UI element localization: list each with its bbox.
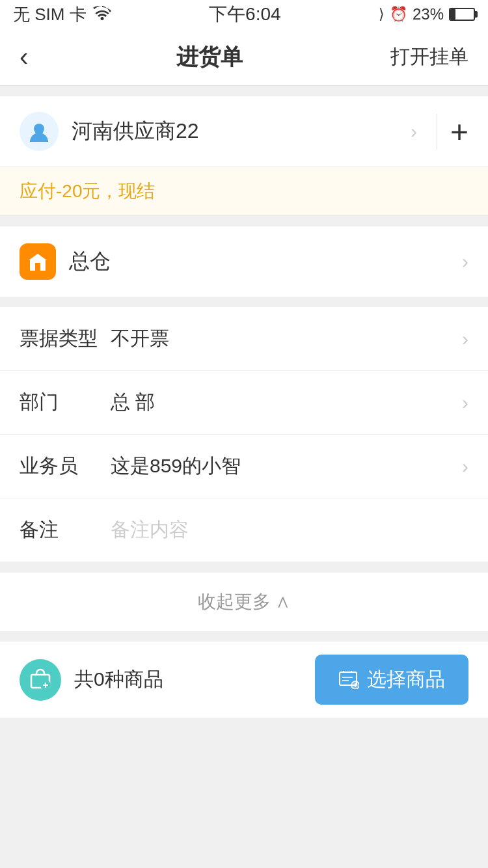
- alarm-icon: ⏰: [390, 6, 407, 23]
- note-row[interactable]: 备注 备注内容: [0, 498, 488, 562]
- salesperson-label: 业务员: [20, 453, 98, 480]
- warehouse-icon: [20, 243, 56, 280]
- notice-text: 应付-20元，现结: [20, 181, 155, 201]
- collapse-label: 收起更多 ∧: [198, 590, 291, 614]
- department-value: 总 部: [98, 389, 462, 416]
- select-product-label: 选择商品: [367, 666, 445, 693]
- gray-area: [0, 718, 488, 868]
- status-right: ⟩ ⏰ 23%: [379, 5, 475, 23]
- svg-rect-3: [35, 263, 40, 271]
- ticket-type-label: 票据类型: [20, 325, 98, 352]
- warehouse-name: 总仓: [69, 247, 462, 276]
- warehouse-chevron-icon: ›: [462, 251, 468, 273]
- supplier-card: 河南供应商22 › + 应付-20元，现结: [0, 96, 488, 216]
- supplier-name: 河南供应商22: [72, 117, 411, 146]
- location-icon: ⟩: [379, 6, 385, 23]
- supplier-row[interactable]: 河南供应商22 › +: [0, 96, 488, 167]
- select-product-button[interactable]: 选择商品: [315, 655, 468, 705]
- note-label: 备注: [20, 517, 98, 543]
- svg-marker-2: [29, 254, 47, 260]
- salesperson-chevron-icon: ›: [462, 455, 468, 478]
- supplier-avatar: [20, 112, 59, 151]
- nav-bar: ‹ 进货单 打开挂单: [0, 29, 488, 86]
- add-supplier-button[interactable]: +: [437, 114, 468, 150]
- svg-point-0: [34, 124, 44, 134]
- note-value[interactable]: 备注内容: [98, 517, 468, 543]
- collapse-row[interactable]: 收起更多 ∧: [0, 572, 488, 631]
- warehouse-row[interactable]: 总仓 ›: [0, 226, 488, 297]
- page-title: 进货单: [176, 42, 243, 72]
- ticket-type-value: 不开票: [98, 325, 462, 352]
- product-count-label: 共0种商品: [74, 666, 302, 693]
- warehouse-card[interactable]: 总仓 ›: [0, 226, 488, 297]
- main-content: 河南供应商22 › + 应付-20元，现结 总仓 › 票据类型 不开票: [0, 96, 488, 868]
- department-row[interactable]: 部门 总 部 ›: [0, 371, 488, 435]
- battery-icon: [449, 8, 475, 21]
- back-button[interactable]: ‹: [20, 42, 28, 72]
- department-chevron-icon: ›: [462, 392, 468, 414]
- salesperson-value: 这是859的小智: [98, 453, 462, 480]
- status-bar: 无 SIM 卡 下午6:04 ⟩ ⏰ 23%: [0, 0, 488, 29]
- bottom-bar: 共0种商品 选择商品: [0, 642, 488, 718]
- department-label: 部门: [20, 389, 98, 416]
- open-pending-button[interactable]: 打开挂单: [390, 44, 468, 70]
- salesperson-row[interactable]: 业务员 这是859的小智 ›: [0, 435, 488, 498]
- ticket-type-chevron-icon: ›: [462, 328, 468, 350]
- product-icon-wrap: [20, 659, 61, 701]
- ticket-type-row[interactable]: 票据类型 不开票 ›: [0, 307, 488, 371]
- status-time: 下午6:04: [209, 2, 281, 27]
- carrier-text: 无 SIM 卡: [13, 3, 87, 26]
- notice-banner: 应付-20元，现结: [0, 167, 488, 216]
- status-left: 无 SIM 卡: [13, 3, 111, 26]
- form-section: 票据类型 不开票 › 部门 总 部 › 业务员 这是859的小智 › 备注 备注…: [0, 307, 488, 562]
- supplier-chevron-icon: ›: [411, 120, 417, 142]
- battery-text: 23%: [413, 5, 444, 23]
- wifi-icon: [93, 5, 111, 25]
